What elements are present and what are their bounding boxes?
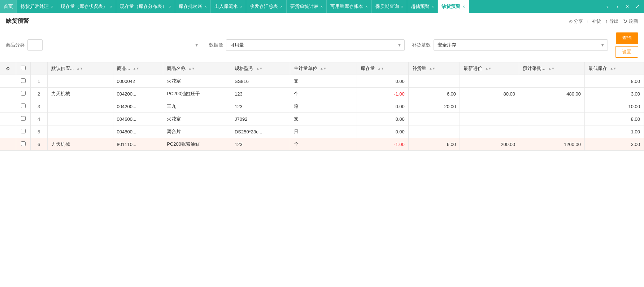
category-select-wrapper: ▼ — [27, 39, 202, 51]
col-code[interactable]: 商品... ▲▼ — [113, 62, 163, 75]
page-title: 缺货预警 — [6, 17, 29, 25]
tab-maximize-btn[interactable]: ⤢ — [632, 1, 643, 12]
tab-close-expiry-query[interactable]: × — [401, 4, 403, 9]
tab-close-available-ledger[interactable]: × — [365, 4, 367, 9]
row-name: PC200张紧油缸 — [163, 138, 231, 151]
row-min-stock: 8.00 — [585, 75, 644, 88]
replenish-base-select[interactable]: 安全库存 ▼ — [434, 39, 608, 51]
row-checkbox[interactable] — [21, 78, 26, 83]
row-est-purchase: 1200.00 — [519, 138, 585, 151]
refresh-button[interactable]: ↻ 刷新 — [623, 18, 638, 25]
tab-demand-stat[interactable]: 要货单统计表 × — [287, 0, 327, 13]
replenish-button[interactable]: □ 补货 — [587, 18, 601, 25]
page-header: 缺货预警 ⎋ 分享 □ 补货 ↑ 导出 ↻ 刷新 — [0, 13, 644, 28]
tab-overstock[interactable]: 超储预警 × — [407, 0, 438, 13]
table-row: 1 0000042 火花塞 SS816 支 0.00 8.00 — [0, 75, 644, 88]
settings-button[interactable]: 设置 — [615, 46, 638, 58]
table-row: 4 004600... 火花塞 J7092 支 0.00 8.00 — [0, 113, 644, 125]
tab-close-inventory-dist[interactable]: × — [169, 4, 171, 9]
row-settings-cell — [0, 138, 16, 151]
row-stock: 0.00 — [357, 125, 408, 138]
tab-next-btn[interactable]: › — [612, 1, 622, 12]
row-supplier — [47, 125, 113, 138]
row-min-stock: 3.00 — [585, 88, 644, 100]
tab-prev-btn[interactable]: ‹ — [602, 1, 612, 12]
page-content: 缺货预警 ⎋ 分享 □ 补货 ↑ 导出 ↻ 刷新 商品分类 — [0, 13, 644, 287]
tab-close-receipt-summary[interactable]: × — [280, 4, 282, 9]
row-stock: 0.00 — [357, 100, 408, 113]
tab-abnormal[interactable]: 拣货异常处理 × — [17, 0, 57, 13]
col-replenish[interactable]: 补货量 ▲▼ — [408, 62, 460, 75]
row-est-purchase — [519, 75, 585, 88]
query-button[interactable]: 查询 — [616, 32, 638, 44]
tab-close-all-btn[interactable]: × — [622, 1, 632, 12]
tab-inout-flow[interactable]: 出入库流水 × — [211, 0, 246, 13]
table-row: 3 004200... 三九 123 箱 0.00 20.00 10.00 — [0, 100, 644, 113]
col-est-purchase[interactable]: 预计采购... ▲▼ — [519, 62, 585, 75]
row-code: 004200... — [113, 100, 163, 113]
tab-close-inout-flow[interactable]: × — [240, 4, 242, 9]
row-checkbox-cell — [16, 88, 30, 100]
replenish-base-label: 补货基数 — [412, 42, 431, 48]
col-index — [30, 62, 47, 75]
row-min-stock: 1.00 — [585, 125, 644, 138]
tab-close-batch-account[interactable]: × — [204, 4, 206, 9]
row-stock: 0.00 — [357, 113, 408, 125]
tab-close-overstock[interactable]: × — [432, 4, 434, 9]
tab-close-inventory-status[interactable]: × — [110, 4, 112, 9]
tab-inventory-dist[interactable]: 现存量（库存分布表） × — [116, 0, 175, 13]
col-supplier[interactable]: 默认供应... ▲▼ — [47, 62, 113, 75]
tab-inventory-status[interactable]: 现存量（库存状况表） × — [57, 0, 116, 13]
col-settings[interactable]: ⚙ — [0, 62, 16, 75]
tab-close-demand-stat[interactable]: × — [321, 4, 323, 9]
row-checkbox[interactable] — [21, 103, 26, 108]
row-code: 004200... — [113, 88, 163, 100]
row-checkbox[interactable] — [21, 129, 26, 133]
col-latest-price[interactable]: 最新进价 ▲▼ — [460, 62, 519, 75]
datasource-dropdown-arrow: ▼ — [397, 43, 401, 48]
row-replenish: 20.00 — [408, 100, 460, 113]
row-spec: 123 — [231, 100, 290, 113]
col-unit[interactable]: 主计量单位 ▲▼ — [290, 62, 357, 75]
row-checkbox-cell — [16, 75, 30, 88]
row-checkbox[interactable] — [21, 91, 26, 96]
sort-unit: ▲▼ — [320, 67, 327, 70]
row-replenish: 6.00 — [408, 88, 460, 100]
tab-batch-account[interactable]: 库存批次账 × — [175, 0, 210, 13]
row-checkbox-cell — [16, 113, 30, 125]
row-settings-cell — [0, 75, 16, 88]
row-spec: J7092 — [231, 113, 290, 125]
row-est-purchase: 480.00 — [519, 88, 585, 100]
col-name[interactable]: 商品名称 ▲▼ — [163, 62, 231, 75]
tab-home[interactable]: 首页 — [0, 0, 17, 13]
row-replenish: 6.00 — [408, 138, 460, 151]
sort-est-purchase: ▲▼ — [548, 67, 554, 70]
tab-available-ledger[interactable]: 可用量库存账本 × — [327, 0, 371, 13]
row-checkbox[interactable] — [21, 116, 26, 121]
row-stock: 0.00 — [357, 75, 408, 88]
col-min-stock[interactable]: 最低库存 ▲▼ — [585, 62, 644, 75]
tab-close-abnormal[interactable]: × — [51, 4, 53, 9]
row-spec: SS816 — [231, 75, 290, 88]
select-all-checkbox[interactable] — [21, 66, 26, 70]
row-unit: 支 — [290, 113, 357, 125]
row-code: 004600... — [113, 113, 163, 125]
export-button[interactable]: ↑ 导出 — [605, 18, 619, 25]
col-stock[interactable]: 库存量 ▲▼ — [357, 62, 408, 75]
row-spec: 123 — [231, 88, 290, 100]
tab-close-shortage[interactable]: × — [462, 4, 465, 9]
col-spec[interactable]: 规格型号 ▲▼ — [231, 62, 290, 75]
share-button[interactable]: ⎋ 分享 — [569, 18, 583, 25]
row-index: 2 — [30, 88, 47, 100]
replenish-base-dropdown-arrow: ▼ — [600, 43, 605, 48]
row-supplier: 力天机械 — [47, 88, 113, 100]
row-latest-price — [460, 75, 519, 88]
datasource-select[interactable]: 可用量 ▼ — [226, 39, 405, 51]
tab-shortage[interactable]: 缺货预警 × — [438, 0, 469, 13]
category-select[interactable] — [27, 39, 43, 51]
row-checkbox[interactable] — [21, 141, 26, 146]
tab-expiry-query[interactable]: 保质期查询 × — [372, 0, 407, 13]
row-unit: 只 — [290, 125, 357, 138]
datasource-select-wrapper: 可用量 ▼ — [226, 39, 405, 51]
tab-receipt-summary[interactable]: 收发存汇总表 × — [246, 0, 286, 13]
